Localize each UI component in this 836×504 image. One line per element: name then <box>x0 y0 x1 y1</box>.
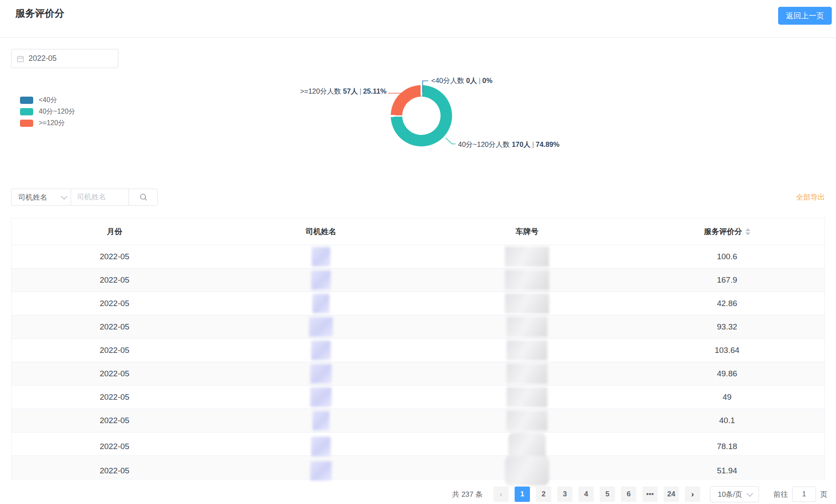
scores-table: 月份 司机姓名 车牌号 服务评价分 2022-05 100.6 2022-05 … <box>11 218 825 479</box>
cell-score: 93.32 <box>630 315 825 338</box>
pagination-page-4[interactable]: 4 <box>578 487 594 502</box>
cell-score: 49 <box>630 386 825 409</box>
pagination-page-24[interactable]: 24 <box>664 487 679 502</box>
chevron-down-icon <box>61 193 68 200</box>
legend-item[interactable]: <40分 <box>20 94 75 106</box>
callout-lt40: <40分人数 0人|0% <box>431 76 492 86</box>
goto-page-input[interactable] <box>792 487 816 502</box>
goto-suffix: 页 <box>820 490 827 499</box>
cell-month: 2022-05 <box>11 409 218 432</box>
cell-score: 51.94 <box>630 456 825 486</box>
search-icon <box>139 193 148 201</box>
legend-label: >=120分 <box>39 119 65 128</box>
callout-count: 0人 <box>466 77 477 84</box>
cell-month: 2022-05 <box>11 456 218 486</box>
cell-score: 49.86 <box>630 362 825 385</box>
month-picker-value: 2022-05 <box>29 54 57 63</box>
pagination-total: 共 237 条 <box>452 490 483 499</box>
month-picker[interactable]: 2022-05 <box>11 49 118 68</box>
table-row: 2022-05 49.86 <box>11 362 825 386</box>
chevron-right-icon: › <box>691 490 694 499</box>
table-row: 2022-05 167.9 <box>11 269 825 292</box>
pagination: 共 237 条 ‹ 123456•••24 › 10条/页 前往 页 <box>11 486 827 502</box>
chart-legend: <40分 40分~120分 >=120分 <box>20 94 75 129</box>
cell-driver-redacted <box>218 315 424 338</box>
callout-percent: 0% <box>482 77 492 84</box>
pagination-page-1[interactable]: 1 <box>515 487 530 502</box>
column-header-month: 月份 <box>11 218 218 245</box>
legend-label: 40分~120分 <box>39 107 75 116</box>
redacted-driver-name <box>309 317 333 337</box>
search-field-select[interactable]: 司机姓名 <box>11 189 71 205</box>
column-header-score[interactable]: 服务评价分 <box>630 218 825 245</box>
pagination-page-6[interactable]: 6 <box>621 487 636 502</box>
callout-count: 170人 <box>512 140 530 148</box>
header-divider <box>0 37 836 38</box>
pagination-page-2[interactable]: 2 <box>536 487 551 502</box>
page-size-select[interactable]: 10条/页 <box>710 486 759 502</box>
pagination-page-3[interactable]: 3 <box>557 487 573 502</box>
redacted-driver-name <box>312 247 330 266</box>
column-header-plate: 车牌号 <box>424 218 630 245</box>
cell-driver-redacted <box>218 339 424 362</box>
legend-swatch <box>20 120 33 127</box>
redacted-driver-name <box>311 437 331 456</box>
table-row: 2022-05 40.1 <box>11 409 825 432</box>
table-row: 2022-05 103.64 <box>11 339 825 362</box>
legend-swatch <box>20 108 33 115</box>
export-all-link[interactable]: 全部导出 <box>764 192 825 202</box>
cell-score: 103.64 <box>630 339 825 362</box>
callout-label: 40分~120分人数 <box>458 140 510 148</box>
cell-plate-redacted <box>424 339 630 362</box>
table-row: 2022-05 42.86 <box>11 292 825 315</box>
table-row: 2022-05 51.94 <box>11 456 825 479</box>
cell-plate-redacted <box>424 362 630 385</box>
driver-name-input[interactable] <box>71 189 129 205</box>
cell-month: 2022-05 <box>11 269 218 292</box>
pagination-goto: 前往 页 <box>773 487 827 502</box>
callout-percent: 74.89% <box>535 140 559 148</box>
cell-month: 2022-05 <box>11 386 218 409</box>
donut-chart-hole <box>402 97 441 135</box>
table-body: 2022-05 100.6 2022-05 167.9 2022-05 42.8… <box>11 245 825 479</box>
cell-plate-redacted <box>424 315 630 338</box>
legend-item[interactable]: >=120分 <box>20 117 75 129</box>
search-button[interactable] <box>129 189 157 205</box>
redacted-plate-number <box>507 317 547 337</box>
cell-month: 2022-05 <box>11 339 218 362</box>
callout-count: 57人 <box>343 87 358 95</box>
cell-plate-redacted <box>424 409 630 432</box>
cell-score: 40.1 <box>630 409 825 432</box>
cell-driver-redacted <box>218 456 424 486</box>
redacted-driver-name <box>311 341 331 360</box>
back-button[interactable]: 返回上一页 <box>778 7 832 25</box>
callout-percent: 25.11% <box>363 87 387 95</box>
pagination-prev-button[interactable]: ‹ <box>493 487 509 502</box>
cell-month: 2022-05 <box>11 315 218 338</box>
legend-label: <40分 <box>39 96 57 105</box>
cell-score: 167.9 <box>630 269 825 292</box>
redacted-plate-number <box>507 387 547 407</box>
cell-plate-redacted <box>424 386 630 409</box>
cell-month: 2022-05 <box>11 292 218 315</box>
redacted-plate-number <box>507 340 547 361</box>
redacted-driver-name <box>312 411 329 430</box>
pagination-next-button[interactable]: › <box>685 487 700 502</box>
cell-driver-redacted <box>218 269 424 292</box>
callout-ge120: >=120分人数 57人|25.11% <box>255 87 387 96</box>
cell-plate-redacted <box>424 292 630 315</box>
redacted-plate-number <box>505 270 549 290</box>
calendar-icon <box>17 55 24 63</box>
pagination-page-5[interactable]: 5 <box>600 487 615 502</box>
redacted-plate-number <box>507 410 547 431</box>
pagination-more-button[interactable]: ••• <box>642 487 658 502</box>
callout-label: >=120分人数 <box>300 87 341 95</box>
callout-mid: 40分~120分人数 170人|74.89% <box>458 140 559 149</box>
table-row: 2022-05 93.32 <box>11 315 825 339</box>
chevron-left-icon: ‹ <box>500 490 502 499</box>
service-score-page: 服务评价分 返回上一页 2022-05 <40分 40分~120分 >=120分 <box>0 0 836 504</box>
table-row: 2022-05 49 <box>11 386 825 409</box>
redacted-driver-name <box>310 364 332 384</box>
legend-item[interactable]: 40分~120分 <box>20 106 75 117</box>
sort-caret-icon[interactable] <box>745 228 750 235</box>
